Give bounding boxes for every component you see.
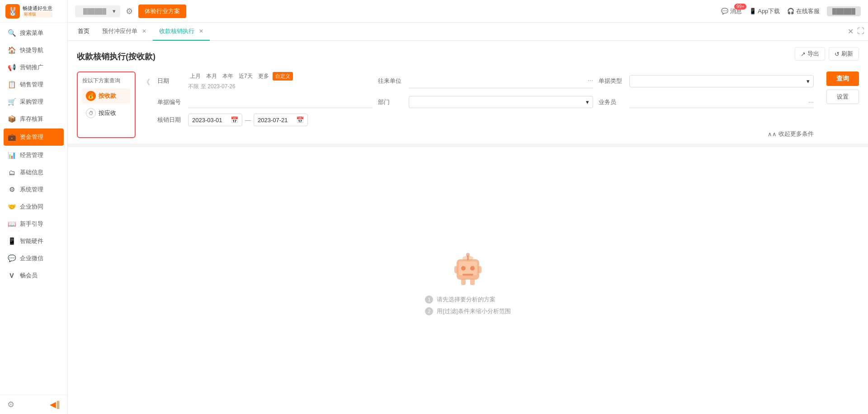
close-tab-btn[interactable]: ✕: [848, 27, 854, 36]
date-more[interactable]: 更多: [256, 71, 271, 81]
tab-prepay[interactable]: 预付冲应付单 ✕: [96, 23, 153, 41]
empty-illustration: [445, 246, 491, 291]
system-icon: ⚙: [7, 186, 16, 194]
svg-rect-7: [461, 279, 466, 285]
user-avatar[interactable]: ██████: [827, 6, 861, 16]
dropdown-icon: ▾: [113, 8, 116, 14]
sidebar-item-enterprise[interactable]: 🤝 企业协同: [0, 198, 67, 215]
empty-state: 1 请先选择要分析的方案 2 用[过滤]条件来缩小分析范围: [68, 147, 868, 414]
wechat-icon: 💬: [7, 254, 16, 262]
date-no-limit: 不限: [188, 83, 199, 90]
sidebar-label-finance: 资金管理: [20, 133, 43, 141]
counterparty-more-btn[interactable]: ···: [588, 76, 593, 84]
hint-text-1: 请先选择要分析的方案: [437, 295, 495, 304]
sidebar-item-sales[interactable]: 📋 销售管理: [0, 76, 67, 93]
sidebar-item-operations[interactable]: 📊 经营管理: [0, 147, 67, 164]
page-title: 收款核销执行(按收款): [77, 51, 156, 62]
hint-text-2: 用[过滤]条件来缩小分析范围: [437, 307, 510, 315]
docno-field: 单据编号: [157, 96, 373, 108]
export-button[interactable]: ↗ 导出: [795, 47, 825, 61]
collapse-sidebar-btn[interactable]: ◀‖: [50, 400, 60, 409]
top-header: ██████ ▾ ⚙ 体验行业方案 💬 消息 99+ 📱 App下载 🎧 在线客…: [68, 0, 868, 23]
date-7days[interactable]: 近7天: [237, 71, 255, 81]
doctype-select[interactable]: ▾: [629, 75, 814, 87]
writeoff-start-date[interactable]: 2023-03-01 📅: [188, 114, 242, 126]
counterparty-field: 往来单位 ···: [378, 71, 593, 90]
prepay-tab-close[interactable]: ✕: [142, 28, 146, 34]
receipt-option-label: 按收款: [99, 92, 116, 100]
filter-sidebar-title: 按以下方案查询: [82, 77, 130, 85]
settings-icon[interactable]: ⚙: [7, 400, 14, 409]
date-this-year[interactable]: 本年: [221, 71, 235, 81]
sidebar-label-wechat: 企业微信: [20, 254, 43, 262]
sidebar-item-system[interactable]: ⚙ 系统管理: [0, 181, 67, 198]
staff-more-btn[interactable]: ···: [808, 98, 814, 105]
writeoff-end-date[interactable]: 2023-07-21 📅: [254, 114, 308, 126]
basic-icon: 🗂: [7, 169, 16, 176]
docno-input[interactable]: [188, 96, 373, 108]
message-button[interactable]: 💬 消息 99+: [721, 7, 742, 15]
sidebar-item-marketing[interactable]: 📢 营销推广: [0, 59, 67, 76]
writeoff-date-row: 核销日期 2023-03-01 📅 — 2023-07-21 📅: [157, 114, 814, 126]
filter-collapse-btn[interactable]: 《: [143, 78, 150, 87]
sidebar-item-basic[interactable]: 🗂 基础信息: [0, 164, 67, 181]
chat-icon: 💬: [721, 8, 728, 14]
sidebar-item-search[interactable]: 🔍 搜索菜单: [0, 24, 67, 42]
date-label: 日期: [157, 77, 184, 85]
doctype-field: 单据类型 ▾: [599, 71, 814, 90]
svg-point-11: [466, 253, 470, 257]
hardware-icon: 📱: [7, 237, 16, 245]
filter-by-receipt[interactable]: 💰 按收款: [82, 88, 130, 104]
receipts-tab-close[interactable]: ✕: [199, 28, 203, 34]
receivable-option-icon: ⏱: [86, 108, 96, 118]
date-separator: —: [245, 117, 251, 124]
sidebar-item-inventory[interactable]: 📦 库存核算: [0, 110, 67, 128]
filter-row-1: 日期 上月 本月 本年 近7天 更多 自定义 不限: [157, 71, 814, 90]
home-tab-label: 首页: [78, 27, 90, 35]
solution-button[interactable]: 体验行业方案: [138, 5, 186, 18]
logo-text: 畅捷通好生意 标准版: [23, 5, 52, 18]
inventory-icon: 📦: [7, 115, 16, 123]
sidebar-label-member: 畅会员: [20, 271, 38, 280]
expand-tab-btn[interactable]: ⛶: [857, 27, 864, 36]
staff-input[interactable]: [629, 96, 808, 108]
setting-button[interactable]: 设置: [826, 90, 859, 104]
tab-receipts[interactable]: 收款核销执行 ✕: [153, 23, 210, 41]
date-custom[interactable]: 自定义: [273, 72, 293, 81]
purchase-icon: 🛒: [7, 98, 16, 106]
refresh-button[interactable]: ↺ 刷新: [829, 47, 859, 61]
sidebar-label-shortcut: 快捷导航: [20, 46, 43, 54]
settings-gear-icon[interactable]: ⚙: [126, 6, 133, 16]
collapse-more-area: ∧∧ 收起更多条件: [157, 130, 814, 138]
sidebar-item-member[interactable]: V 畅会员: [0, 267, 67, 284]
sidebar-item-finance[interactable]: 💼 资金管理: [4, 128, 64, 146]
sidebar-item-shortcut[interactable]: 🏠 快捷导航: [0, 42, 67, 59]
writeoff-date-range: 2023-03-01 📅 — 2023-07-21 📅: [188, 114, 308, 126]
collapse-more-btn[interactable]: ∧∧ 收起更多条件: [768, 130, 814, 138]
page-header: 收款核销执行(按收款) ↗ 导出 ↺ 刷新: [68, 41, 868, 66]
operations-icon: 📊: [7, 151, 16, 159]
filter-sidebar: 按以下方案查询 💰 按收款 ⏱ 按应收: [77, 71, 136, 138]
empty-hints: 1 请先选择要分析的方案 2 用[过滤]条件来缩小分析范围: [425, 295, 510, 315]
sidebar-label-inventory: 库存核算: [20, 115, 43, 123]
dept-select[interactable]: ▾: [409, 96, 593, 108]
sidebar-item-hardware[interactable]: 📱 智能硬件: [0, 233, 67, 250]
sidebar-item-wechat[interactable]: 💬 企业微信: [0, 250, 67, 267]
dept-label: 部门: [378, 98, 405, 106]
sidebar: 🐰 畅捷通好生意 标准版 🔍 搜索菜单 🏠 快捷导航 📢 营销推广 📋 销售管理…: [0, 0, 68, 414]
brand-selector[interactable]: ██████ ▾: [75, 5, 120, 17]
online-service-btn[interactable]: 🎧 在线客服: [787, 7, 820, 15]
counterparty-input[interactable]: [409, 74, 588, 86]
member-icon: V: [7, 272, 16, 279]
date-this-month[interactable]: 本月: [204, 71, 219, 81]
app-download-btn[interactable]: 📱 App下载: [749, 7, 780, 15]
sidebar-label-sales: 销售管理: [20, 81, 43, 89]
sidebar-item-purchase[interactable]: 🛒 采购管理: [0, 93, 67, 110]
date-last-month[interactable]: 上月: [188, 71, 203, 81]
home-icon: 🏠: [7, 46, 16, 54]
sidebar-item-guide[interactable]: 📖 新手引导: [0, 215, 67, 233]
tab-home[interactable]: 首页: [71, 23, 96, 41]
phone-icon: 📱: [749, 8, 756, 14]
filter-by-receivable[interactable]: ⏱ 按应收: [82, 105, 130, 121]
query-button[interactable]: 查询: [826, 71, 859, 86]
